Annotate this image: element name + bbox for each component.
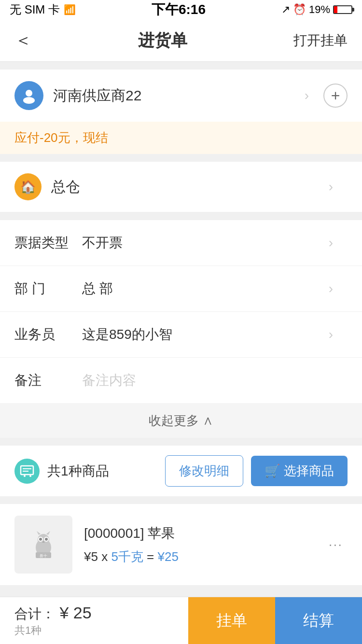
location-icon: ↗ — [281, 3, 290, 16]
select-product-label: 选择商品 — [284, 462, 334, 479]
department-value: 总 部 — [82, 280, 329, 298]
product-thumb-inner: 兽十 — [24, 525, 63, 564]
department-label: 部 门 — [14, 280, 82, 298]
svg-point-13 — [45, 538, 48, 541]
invoice-type-label: 票据类型 — [14, 234, 82, 252]
alarm-icon: ⏰ — [293, 3, 306, 16]
svg-rect-2 — [21, 466, 33, 475]
supplier-name: 河南供应商22 — [53, 86, 305, 106]
warehouse-chevron-icon: › — [329, 179, 333, 195]
remarks-input[interactable]: 备注内容 — [82, 371, 348, 390]
status-right: ↗ ⏰ 19% — [281, 3, 352, 16]
select-product-icon: 🛒 — [265, 463, 280, 478]
svg-point-3 — [24, 475, 26, 477]
salesperson-value: 这是859的小智 — [82, 325, 329, 344]
total-label: 合计： — [14, 606, 55, 621]
section-gap-3 — [0, 212, 362, 220]
edit-detail-button[interactable]: 修改明细 — [165, 455, 243, 487]
total-amount-value: ¥ 25 — [59, 603, 91, 622]
supplier-section: 河南供应商22 › + 应付-20元，现结 — [0, 70, 362, 154]
collapse-toggle[interactable]: 收起更多 ∧ — [0, 403, 362, 438]
battery-icon — [333, 5, 352, 14]
invoice-type-chevron-icon: › — [329, 235, 333, 251]
battery-label: 19% — [309, 3, 330, 16]
equals-sign: = — [147, 549, 157, 564]
products-header: 共1种商品 修改明细 🛒 选择商品 — [0, 446, 362, 496]
warehouse-icon: 🏠 — [14, 173, 42, 200]
product-menu-button[interactable]: ··· — [324, 532, 348, 557]
product-code: [0000001] — [84, 526, 144, 541]
remarks-row[interactable]: 备注 备注内容 — [0, 357, 362, 403]
payment-notice: 应付-20元，现结 — [0, 122, 362, 154]
select-product-button[interactable]: 🛒 选择商品 — [251, 456, 348, 486]
back-button[interactable]: ＜ — [14, 28, 32, 52]
salesperson-row[interactable]: 业务员 这是859的小智 › — [0, 311, 362, 357]
svg-point-4 — [29, 475, 31, 477]
quantity-value: 5千克 — [111, 549, 143, 564]
products-icon — [14, 459, 40, 484]
product-info: [0000001] 苹果 ¥5 x 5千克 = ¥25 — [84, 524, 324, 565]
warehouse-row[interactable]: 🏠 总仓 › — [0, 162, 362, 212]
section-gap-2 — [0, 154, 362, 162]
status-time: 下午6:16 — [152, 0, 206, 19]
total-value: ¥25 — [158, 549, 179, 564]
salesperson-label: 业务员 — [14, 325, 82, 344]
supplier-chevron-icon: › — [305, 88, 309, 103]
page-title: 进货单 — [138, 29, 187, 52]
department-chevron-icon: › — [329, 281, 333, 296]
invoice-type-row[interactable]: 票据类型 不开票 › — [0, 220, 362, 266]
product-name: [0000001] 苹果 — [84, 524, 324, 543]
svg-point-0 — [26, 90, 32, 97]
total-section: 合计： ¥ 25 共1种 — [0, 603, 188, 638]
hang-order-button[interactable]: 挂单 — [188, 597, 275, 644]
invoice-type-value: 不开票 — [82, 234, 329, 252]
status-bar: 无 SIM 卡 📶 下午6:16 ↗ ⏰ 19% — [0, 0, 362, 19]
form-section: 票据类型 不开票 › 部 门 总 部 › 业务员 这是859的小智 › 备注 备… — [0, 220, 362, 403]
product-price: ¥5 x 5千克 = ¥25 — [84, 548, 324, 565]
supplier-row[interactable]: 河南供应商22 › + — [0, 70, 362, 122]
salesperson-chevron-icon: › — [329, 327, 333, 342]
product-title: 苹果 — [148, 526, 175, 541]
warehouse-section: 🏠 总仓 › — [0, 162, 362, 212]
svg-point-1 — [23, 97, 35, 104]
settle-button[interactable]: 结算 — [275, 597, 362, 644]
add-supplier-button[interactable]: + — [323, 84, 348, 108]
bottom-bar: 合计： ¥ 25 共1种 挂单 结算 — [0, 597, 362, 644]
total-amount: 合计： ¥ 25 — [14, 603, 174, 623]
supplier-avatar — [14, 81, 43, 110]
product-thumbnail: 兽十 — [14, 516, 72, 574]
collapse-label: 收起更多 ∧ — [149, 412, 213, 429]
status-left: 无 SIM 卡 📶 — [10, 2, 76, 17]
section-gap-4 — [0, 438, 362, 446]
warehouse-name: 总仓 — [51, 177, 329, 197]
wifi-icon: 📶 — [64, 4, 76, 15]
price-x: x — [101, 549, 111, 564]
svg-point-12 — [39, 538, 42, 541]
total-count: 共1种 — [14, 623, 174, 638]
carrier-label: 无 SIM 卡 — [10, 2, 60, 17]
section-gap-1 — [0, 62, 362, 70]
svg-text:兽十: 兽十 — [40, 554, 47, 558]
products-count: 共1种商品 — [47, 462, 165, 480]
product-item: 兽十 [0000001] 苹果 ¥5 x 5千克 = ¥25 ··· — [0, 504, 362, 585]
price-value: ¥5 — [84, 549, 98, 564]
department-row[interactable]: 部 门 总 部 › — [0, 266, 362, 311]
remarks-label: 备注 — [14, 371, 82, 390]
open-pending-button[interactable]: 打开挂单 — [293, 31, 348, 50]
nav-bar: ＜ 进货单 打开挂单 — [0, 19, 362, 62]
